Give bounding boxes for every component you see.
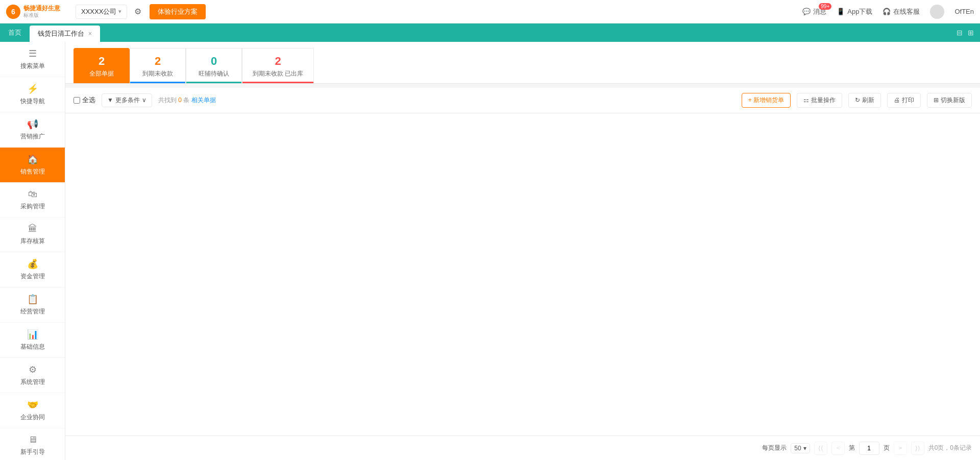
- stats-tabs: 2 全部单据 2 到期未收款 0 旺辅待确认 2 到期未收款 已出库: [65, 42, 980, 84]
- page-total: 共0页，0条记录: [928, 444, 972, 452]
- nav-tabs-actions: ⊟ ⊞: [957, 23, 980, 42]
- refresh-label: 刷新: [862, 96, 874, 105]
- stat-tab-confirm[interactable]: 0 旺辅待确认: [186, 48, 242, 83]
- stat-label-overdue: 到期未收款: [142, 70, 173, 77]
- home-tab-label: 首页: [8, 28, 21, 37]
- service-label: 在线客服: [893, 7, 920, 16]
- sidebar-label-search: 搜索菜单: [20, 62, 45, 70]
- select-all-input[interactable]: [74, 97, 80, 104]
- page-size-value: 50: [794, 445, 801, 452]
- tab-home[interactable]: 首页: [0, 23, 30, 42]
- message-action[interactable]: 💬 消息 99+: [802, 7, 826, 16]
- sidebar-item-purchase[interactable]: 🛍 采购管理: [0, 183, 65, 217]
- filter-label: 更多条件: [115, 96, 140, 105]
- sales-icon: 🏠: [27, 154, 38, 165]
- quick-nav-icon: ⚡: [27, 83, 38, 94]
- settings-icon[interactable]: ⚙: [132, 5, 143, 18]
- sidebar-item-guide[interactable]: 🖥 新手引导: [0, 428, 65, 460]
- message-badge: 99+: [819, 3, 831, 10]
- page-input[interactable]: [859, 442, 879, 455]
- sidebar-item-basic[interactable]: 📊 基础信息: [0, 323, 65, 358]
- sidebar-item-inventory[interactable]: 🏛 库存核算: [0, 217, 65, 252]
- app-label: App下载: [847, 7, 872, 16]
- found-unit: 条: [183, 96, 189, 104]
- operation-icon: 📋: [27, 294, 38, 305]
- stat-count-confirm: 0: [197, 54, 231, 69]
- cashflow-tab-label: 钱货日清工作台: [38, 29, 84, 38]
- first-page-button[interactable]: ⟨⟨: [814, 442, 827, 455]
- new-sales-button[interactable]: + 新增销货单: [742, 93, 791, 108]
- nav-tabs: 首页 钱货日清工作台 × ⊟ ⊞: [0, 23, 980, 42]
- company-selector[interactable]: XXXXX公司 ▾: [76, 5, 127, 19]
- stat-tab-all[interactable]: 2 全部单据: [74, 48, 130, 83]
- avatar-name: OfTEn: [954, 8, 974, 15]
- maximize-icon[interactable]: ⊞: [968, 29, 974, 37]
- logo-icon: 6: [6, 5, 20, 19]
- basic-icon: 📊: [27, 329, 38, 340]
- found-info: 共找到 0 条 相关单据: [158, 96, 216, 105]
- sidebar-item-marketing[interactable]: 📢 营销推广: [0, 112, 65, 148]
- sidebar-item-search[interactable]: ☰ 搜索菜单: [0, 42, 65, 77]
- sidebar-item-sales[interactable]: 🏠 销售管理: [0, 148, 65, 183]
- app-download-action[interactable]: 📱 App下载: [837, 7, 872, 16]
- select-all-checkbox[interactable]: 全选: [74, 95, 95, 105]
- filter-button[interactable]: ▼ 更多条件 ∨: [102, 93, 152, 107]
- toolbar-right: + 新增销货单 ⚏ 批量操作 ↻ 刷新 🖨 打印 ⊞ 切换新版: [742, 93, 972, 108]
- batch-label: 批量操作: [811, 96, 836, 105]
- last-page-button[interactable]: ⟩⟩: [911, 442, 924, 455]
- system-icon: ⚙: [29, 364, 37, 375]
- sidebar-label-finance: 资金管理: [20, 272, 45, 281]
- sidebar-label-sales: 销售管理: [20, 167, 45, 176]
- prev-page-button[interactable]: ＜: [831, 442, 845, 455]
- refresh-button[interactable]: ↻ 刷新: [848, 93, 881, 108]
- sidebar-item-operation[interactable]: 📋 经营管理: [0, 287, 65, 323]
- tab-indicator-confirm: [186, 82, 241, 83]
- sidebar-label-operation: 经营管理: [20, 307, 45, 316]
- tab-indicator-overdue: [130, 82, 185, 83]
- stat-count-overdue: 2: [140, 54, 175, 69]
- sidebar-label-basic: 基础信息: [20, 343, 45, 351]
- app-icon: 📱: [837, 8, 845, 15]
- sidebar-label-inventory: 库存核算: [20, 237, 45, 246]
- select-all-label: 全选: [82, 95, 95, 105]
- sidebar-label-quick-nav: 快捷导航: [20, 97, 45, 106]
- finance-icon: 💰: [27, 258, 38, 270]
- tab-cashflow[interactable]: 钱货日清工作台 ×: [30, 26, 100, 42]
- stat-tab-overdue[interactable]: 2 到期未收款: [130, 48, 186, 83]
- print-button[interactable]: 🖨 打印: [887, 93, 921, 108]
- marketing-icon: 📢: [27, 118, 38, 130]
- header-right: 💬 消息 99+ 📱 App下载 🎧 在线客服 OfTEn: [802, 5, 974, 19]
- chevron-down-icon: ∨: [142, 96, 146, 104]
- sidebar-label-marketing: 营销推广: [20, 132, 45, 141]
- refresh-icon: ↻: [855, 96, 860, 104]
- stat-count-all: 2: [84, 54, 119, 69]
- sidebar-item-finance[interactable]: 💰 资金管理: [0, 252, 65, 287]
- print-label: 打印: [902, 96, 914, 105]
- stat-label-all: 全部单据: [89, 70, 114, 77]
- avatar[interactable]: [930, 5, 944, 19]
- sidebar-item-cooperation[interactable]: 🤝 企业协同: [0, 393, 65, 428]
- online-service-action[interactable]: 🎧 在线客服: [883, 7, 920, 16]
- close-tab-icon[interactable]: ×: [88, 30, 92, 37]
- trial-button[interactable]: 体验行业方案: [150, 4, 206, 19]
- toolbar: 全选 ▼ 更多条件 ∨ 共找到 0 条 相关单据 + 新增销货单 ⚏ 批量操作: [65, 88, 980, 113]
- per-page-label: 每页显示: [762, 444, 787, 452]
- batch-operation-button[interactable]: ⚏ 批量操作: [797, 93, 842, 108]
- switch-version-button[interactable]: ⊞ 切换新版: [927, 93, 972, 108]
- sidebar: ☰ 搜索菜单 ⚡ 快捷导航 📢 营销推广 🏠 销售管理 🛍 采购管理 🏛 库存核…: [0, 42, 65, 460]
- related-link[interactable]: 相关单据: [191, 96, 216, 104]
- sidebar-label-cooperation: 企业协同: [20, 413, 45, 422]
- page-size-selector[interactable]: 50 ▾: [791, 443, 810, 453]
- print-icon: 🖨: [894, 96, 900, 104]
- sidebar-item-quick-nav[interactable]: ⚡ 快捷导航: [0, 77, 65, 112]
- service-icon: 🎧: [883, 8, 891, 15]
- stat-label-overdue-out: 到期未收款 已出库: [253, 70, 303, 77]
- purchase-icon: 🛍: [28, 189, 37, 200]
- logo-area: 6 畅捷通好生意 标准版: [6, 5, 71, 19]
- minimize-icon[interactable]: ⊟: [957, 29, 963, 37]
- sidebar-label-purchase: 采购管理: [20, 202, 45, 211]
- next-page-button[interactable]: ＞: [894, 442, 907, 455]
- stat-tab-overdue-out[interactable]: 2 到期未收款 已出库: [242, 48, 314, 83]
- sidebar-item-system[interactable]: ⚙ 系统管理: [0, 358, 65, 393]
- filter-icon: ▼: [107, 96, 113, 104]
